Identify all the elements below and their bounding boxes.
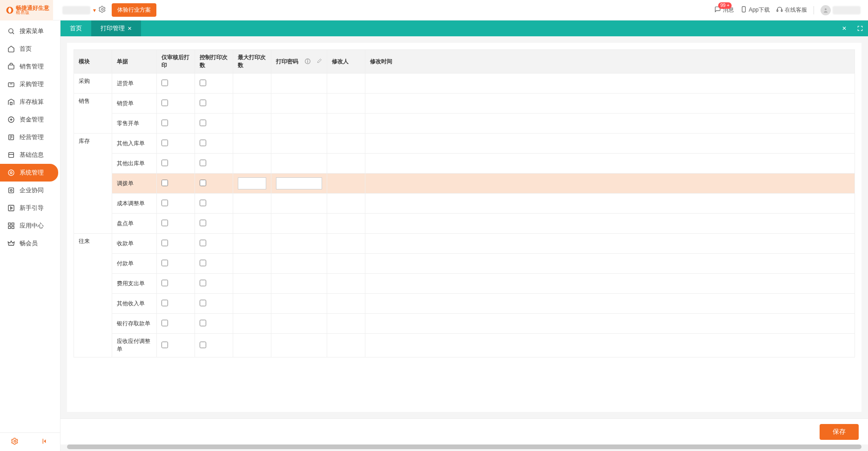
max-times-input[interactable] (238, 97, 266, 109)
print-pwd-input[interactable] (276, 97, 322, 109)
cell-control-times (195, 114, 233, 134)
control-times-checkbox[interactable] (200, 300, 206, 306)
only-after-audit-checkbox[interactable] (161, 342, 168, 348)
control-times-checkbox[interactable] (200, 140, 206, 146)
cell-doc: 收款单 (112, 234, 157, 254)
control-times-checkbox[interactable] (200, 320, 206, 326)
tab-fullscreen-button[interactable] (852, 20, 868, 36)
app-download-button[interactable]: App下载 (740, 6, 770, 14)
max-times-input[interactable] (238, 237, 266, 249)
cell-max-times (233, 114, 271, 134)
max-times-input[interactable] (238, 317, 266, 330)
table-row: 其他出库单 (74, 154, 855, 174)
sidebar-item-home[interactable]: 首页 (0, 40, 60, 58)
print-pwd-input[interactable] (276, 117, 322, 129)
org-settings-icon[interactable] (99, 6, 106, 14)
industry-plan-button[interactable]: 体验行业方案 (112, 3, 156, 17)
max-times-input[interactable] (238, 277, 266, 289)
only-after-audit-checkbox[interactable] (161, 100, 168, 106)
print-pwd-input[interactable] (276, 217, 322, 229)
cell-modified-at (365, 114, 855, 134)
sidebar-item-inventory[interactable]: 库存核算 (0, 93, 60, 111)
sidebar-item-operation[interactable]: 经营管理 (0, 128, 60, 146)
messages-button[interactable]: 99 + 消息 (714, 6, 734, 14)
control-times-checkbox[interactable] (200, 80, 206, 86)
only-after-audit-checkbox[interactable] (161, 300, 168, 306)
control-times-checkbox[interactable] (200, 180, 206, 186)
max-times-input[interactable] (238, 257, 266, 269)
max-times-input[interactable] (238, 197, 266, 209)
appcenter-icon (7, 222, 15, 229)
control-times-checkbox[interactable] (200, 100, 206, 106)
print-pwd-input[interactable] (276, 157, 322, 169)
max-times-input[interactable] (238, 217, 266, 229)
max-times-input[interactable] (238, 157, 266, 169)
cell-print-pwd (271, 234, 327, 254)
only-after-audit-checkbox[interactable] (161, 320, 168, 326)
print-pwd-input[interactable] (276, 77, 322, 89)
sidebar-item-system[interactable]: 系统管理 (0, 164, 58, 182)
sidebar-item-purchase[interactable]: 采购管理 (0, 75, 60, 93)
print-pwd-input[interactable] (276, 277, 322, 289)
only-after-audit-checkbox[interactable] (161, 200, 168, 206)
sidebar-item-appcenter[interactable]: 应用中心 (0, 217, 60, 235)
max-times-input[interactable] (238, 339, 266, 351)
print-pwd-input[interactable] (276, 297, 322, 310)
cell-max-times (233, 274, 271, 294)
close-icon[interactable]: ✕ (128, 26, 132, 32)
cell-max-times (233, 154, 271, 174)
print-pwd-input[interactable] (276, 177, 322, 189)
tab-close-all-button[interactable]: ✕ (836, 20, 852, 36)
control-times-checkbox[interactable] (200, 120, 206, 126)
control-times-checkbox[interactable] (200, 200, 206, 206)
sidebar-item-newbie[interactable]: 新手引导 (0, 199, 60, 217)
max-times-input[interactable] (238, 297, 266, 310)
sidebar: 搜索菜单首页销售管理采购管理库存核算资金管理经营管理基础信息系统管理企业协同新手… (0, 20, 61, 451)
max-times-input[interactable] (238, 137, 266, 149)
top-actions: 99 + 消息 App下载 在线客服 —— (714, 5, 861, 15)
print-pwd-input[interactable] (276, 137, 322, 149)
max-times-input[interactable] (238, 117, 266, 129)
only-after-audit-checkbox[interactable] (161, 80, 168, 86)
settings-icon[interactable] (11, 438, 19, 446)
online-service-button[interactable]: 在线客服 (776, 6, 807, 14)
print-pwd-input[interactable] (276, 197, 322, 209)
control-times-checkbox[interactable] (200, 240, 206, 246)
sidebar-item-sales[interactable]: 销售管理 (0, 58, 60, 75)
only-after-audit-checkbox[interactable] (161, 240, 168, 246)
control-times-checkbox[interactable] (200, 280, 206, 286)
print-pwd-input[interactable] (276, 317, 322, 330)
only-after-audit-checkbox[interactable] (161, 140, 168, 146)
sidebar-item-basic[interactable]: 基础信息 (0, 146, 60, 164)
max-times-input[interactable] (238, 77, 266, 89)
sidebar-item-coop[interactable]: 企业协同 (0, 182, 60, 199)
print-pwd-input[interactable] (276, 237, 322, 249)
horizontal-scrollbar[interactable] (67, 444, 861, 449)
user-menu[interactable]: —— (821, 5, 861, 15)
org-selector[interactable]: —— ▾ (62, 6, 96, 14)
only-after-audit-checkbox[interactable] (161, 180, 168, 186)
help-icon[interactable]: ⓘ (305, 58, 310, 66)
collapse-icon[interactable] (41, 438, 49, 446)
only-after-audit-checkbox[interactable] (161, 160, 168, 166)
control-times-checkbox[interactable] (200, 342, 206, 348)
control-times-checkbox[interactable] (200, 220, 206, 226)
print-pwd-input[interactable] (276, 339, 322, 351)
cell-modifier (327, 234, 365, 254)
print-pwd-input[interactable] (276, 257, 322, 269)
sidebar-item-vip[interactable]: 畅会员 (0, 235, 60, 252)
tab-1[interactable]: 打印管理✕ (91, 20, 141, 36)
control-times-checkbox[interactable] (200, 160, 206, 166)
save-button[interactable]: 保存 (820, 424, 859, 440)
tab-0[interactable]: 首页 (61, 20, 91, 36)
edit-column-icon[interactable] (316, 58, 322, 65)
sidebar-item-search[interactable]: 搜索菜单 (0, 22, 60, 40)
sidebar-item-funds[interactable]: 资金管理 (0, 111, 60, 128)
only-after-audit-checkbox[interactable] (161, 120, 168, 126)
max-times-input[interactable] (238, 177, 266, 189)
only-after-audit-checkbox[interactable] (161, 220, 168, 226)
control-times-checkbox[interactable] (200, 260, 206, 266)
cell-module: 往来 (74, 234, 112, 357)
only-after-audit-checkbox[interactable] (161, 280, 168, 286)
only-after-audit-checkbox[interactable] (161, 260, 168, 266)
